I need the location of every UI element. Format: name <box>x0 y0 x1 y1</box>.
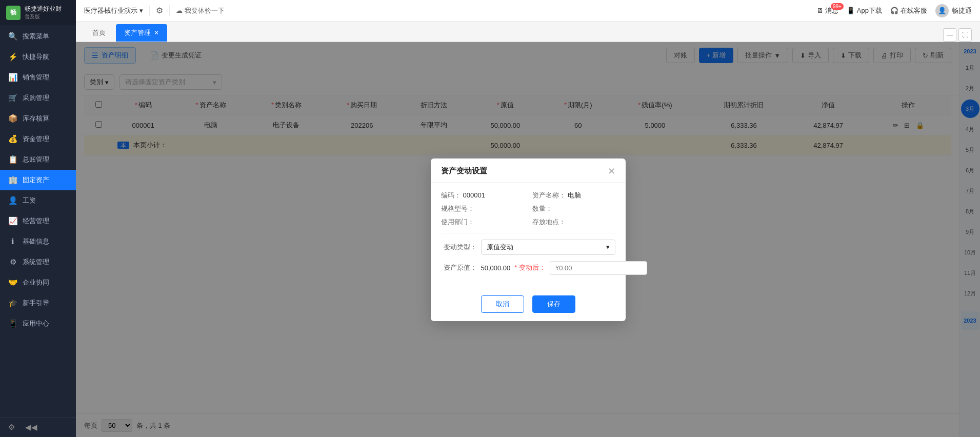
sidebar-item-label: 经营管理 <box>23 216 49 226</box>
save-button[interactable]: 保存 <box>532 295 575 313</box>
app-title: 畅捷通好业财 <box>25 5 62 13</box>
tabbar: 首页 资产管理 ✕ — ⛶ <box>76 22 980 42</box>
asset-name-value: 电脑 <box>568 191 581 200</box>
sidebar-item-purchase[interactable]: 🛒 采购管理 <box>0 88 76 108</box>
modal-body: 编码： 000001 资产名称： 电脑 规格型号： 数量： <box>431 183 626 289</box>
sidebar-nav: 🔍 搜索菜单 ⚡ 快捷导航 📊 销售管理 🛒 采购管理 📦 库存核算 💰 资金管… <box>0 26 76 417</box>
trial-text: 我要体验一下 <box>185 6 225 15</box>
app-download-btn[interactable]: 📱 App下载 <box>847 6 882 15</box>
purchase-icon: 🛒 <box>8 93 17 103</box>
sidebar-item-label: 企业协同 <box>23 278 49 287</box>
sidebar-item-sales[interactable]: 📊 销售管理 <box>0 67 76 88</box>
after-change-label: * 变动后： <box>514 263 546 272</box>
asset-value-label: 资产原值： <box>441 263 477 272</box>
online-service-label: 在线客服 <box>901 6 927 15</box>
sidebar-item-corp-collab[interactable]: 🤝 企业协同 <box>0 272 76 293</box>
sidebar-item-inventory[interactable]: 📦 库存核算 <box>0 108 76 129</box>
sidebar-item-label: 库存核算 <box>23 114 49 123</box>
guide-icon: 🎓 <box>8 299 17 308</box>
change-type-select[interactable]: 原值变动 ▾ <box>481 240 615 255</box>
window-minimize-btn[interactable]: — <box>943 28 956 42</box>
collapse-icon[interactable]: ◀◀ <box>25 423 37 432</box>
topbar-right: 🖥 消息 99+ 📱 App下载 🎧 在线客服 👤 畅捷通 <box>816 4 972 17</box>
bell-icon: 🖥 <box>816 7 823 14</box>
app-download-label: App下载 <box>857 6 882 15</box>
sidebar-item-app-center[interactable]: 📱 应用中心 <box>0 313 76 334</box>
sidebar-item-label: 基础信息 <box>23 237 49 246</box>
modal-info-code: 编码： 000001 <box>441 191 524 200</box>
modal-overlay: 资产变动设置 ✕ 编码： 000001 资产名称： 电脑 <box>76 42 980 437</box>
asset-value-display: 50,000.00 <box>481 264 511 272</box>
sidebar-item-label: 应用中心 <box>23 319 49 328</box>
headset-icon: 🎧 <box>890 7 898 14</box>
topbar-settings-icon[interactable]: ⚙ <box>156 6 163 15</box>
app-center-icon: 📱 <box>8 319 17 328</box>
cancel-button[interactable]: 取消 <box>481 295 524 313</box>
company-selector[interactable]: 医疗器械行业演示 ▾ <box>84 6 143 15</box>
sidebar-item-label: 资金管理 <box>23 134 49 144</box>
modal-title: 资产变动设置 <box>441 166 487 176</box>
code-value: 000001 <box>463 191 485 199</box>
sidebar-item-fixed-assets[interactable]: 🏢 固定资产 <box>0 170 76 190</box>
sidebar-footer: ⚙ ◀◀ <box>0 417 76 437</box>
spec-label: 规格型号： <box>441 204 474 213</box>
topbar-divider2 <box>169 6 170 16</box>
window-btns: — ⛶ <box>943 28 972 42</box>
sidebar-item-label: 总账管理 <box>23 155 49 164</box>
change-type-label: 变动类型： <box>441 243 477 252</box>
department-label: 使用部门： <box>441 217 474 227</box>
avatar: 👤 <box>935 4 949 17</box>
code-label: 编码： <box>441 191 461 200</box>
sales-icon: 📊 <box>8 73 17 82</box>
topbar-divider <box>149 6 150 16</box>
sidebar-item-label: 固定资产 <box>23 175 49 185</box>
corp-collab-icon: 🤝 <box>8 278 17 287</box>
sidebar: 畅 畅捷通好业财 普及版 🔍 搜索菜单 ⚡ 快捷导航 📊 销售管理 🛒 采购管理… <box>0 0 76 437</box>
app-logo: 畅 <box>6 6 21 20</box>
after-change-input[interactable] <box>550 261 647 275</box>
trial-btn[interactable]: ☁ 我要体验一下 <box>176 6 225 15</box>
sidebar-item-quick-nav[interactable]: ⚡ 快捷导航 <box>0 47 76 67</box>
sidebar-item-payroll[interactable]: 👤 工资 <box>0 190 76 211</box>
fixed-assets-icon: 🏢 <box>8 175 17 185</box>
location-label: 存放地点： <box>532 217 566 227</box>
tab-asset-management[interactable]: 资产管理 ✕ <box>116 24 167 42</box>
change-type-value: 原值变动 <box>487 243 513 252</box>
asset-name-label: 资产名称： <box>532 191 566 200</box>
sidebar-item-guide[interactable]: 🎓 新手引导 <box>0 293 76 313</box>
settings-footer-icon[interactable]: ⚙ <box>8 423 15 432</box>
sidebar-item-label: 快捷导航 <box>23 52 49 62</box>
dropdown-icon: ▾ <box>139 7 143 14</box>
asset-change-modal: 资产变动设置 ✕ 编码： 000001 资产名称： 电脑 <box>431 158 626 321</box>
tab-home[interactable]: 首页 <box>84 24 114 42</box>
notification-badge: 99+ <box>831 3 844 10</box>
sidebar-item-label: 系统管理 <box>23 257 49 267</box>
sidebar-item-funds[interactable]: 💰 资金管理 <box>0 129 76 149</box>
sidebar-item-operations[interactable]: 📈 经营管理 <box>0 211 76 231</box>
sidebar-item-basic-info[interactable]: ℹ 基础信息 <box>0 231 76 252</box>
main-area: 医疗器械行业演示 ▾ ⚙ ☁ 我要体验一下 🖥 消息 99+ 📱 App下载 🎧… <box>76 0 980 437</box>
sidebar-item-system[interactable]: ⚙ 系统管理 <box>0 252 76 272</box>
modal-header: 资产变动设置 ✕ <box>431 158 626 183</box>
sidebar-item-label: 搜索菜单 <box>23 32 49 41</box>
sidebar-item-label: 采购管理 <box>23 93 49 103</box>
content-area: ☰ 资产明细 📄 变更生成凭证 对账 + 新增 批量操作 ▼ <box>76 42 980 437</box>
modal-info-department: 使用部门： <box>441 217 524 227</box>
window-maximize-btn[interactable]: ⛶ <box>958 28 972 42</box>
online-service-btn[interactable]: 🎧 在线客服 <box>890 6 927 15</box>
modal-close-icon[interactable]: ✕ <box>608 166 615 177</box>
modal-divider <box>441 233 615 233</box>
mobile-icon: 📱 <box>847 7 855 14</box>
system-icon: ⚙ <box>8 257 17 267</box>
sidebar-item-label: 销售管理 <box>23 73 49 82</box>
notification-btn[interactable]: 🖥 消息 99+ <box>816 6 838 15</box>
change-type-dropdown-icon: ▾ <box>606 243 610 251</box>
quick-nav-icon: ⚡ <box>8 52 17 62</box>
cloud-icon: ☁ <box>176 7 183 14</box>
user-profile[interactable]: 👤 畅捷通 <box>935 4 972 17</box>
sidebar-item-ledger[interactable]: 📋 总账管理 <box>0 149 76 170</box>
tab-close-icon[interactable]: ✕ <box>154 29 159 36</box>
sidebar-item-search[interactable]: 🔍 搜索菜单 <box>0 26 76 47</box>
basic-info-icon: ℹ <box>8 237 17 246</box>
modal-info-grid: 编码： 000001 资产名称： 电脑 规格型号： 数量： <box>441 191 615 227</box>
